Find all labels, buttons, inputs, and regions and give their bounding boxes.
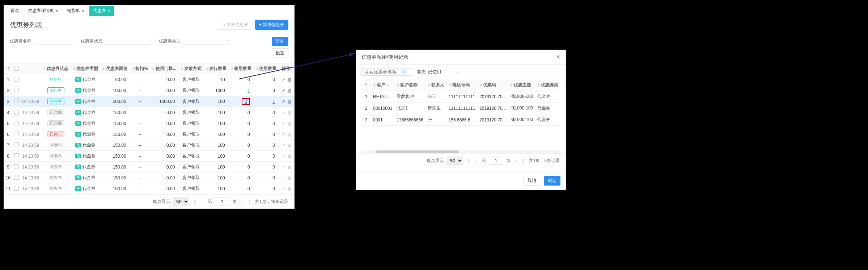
prev-page-button[interactable]: ‹ [474,158,479,163]
share-icon[interactable]: ↗ [281,77,285,82]
gear-icon[interactable] [364,82,369,87]
table-row[interactable]: 714 23:59待发布代代金券150.00--0.00客户领取10000↗▦ [4,140,294,151]
column-header[interactable]: ▲▼客户... [371,79,394,91]
row-checkbox[interactable] [14,77,19,82]
table-row[interactable]: 414 23:59已过期代代金券150.00--0.00客户领取10000↗▦ [4,107,294,118]
share-icon[interactable]: ↗ [281,186,285,191]
qrcode-icon[interactable]: ▦ [287,186,291,191]
modal-state-select[interactable]: 已使用 [428,69,460,75]
qrcode-icon[interactable]: ▦ [287,88,291,93]
row-checkbox[interactable] [14,121,19,125]
column-header[interactable]: ▲▼优惠券类 [535,79,560,91]
tab-销货单[interactable]: 销货单✕ [63,6,88,16]
qrcode-icon[interactable]: ▦ [287,143,291,148]
table-row[interactable]: 1待执行代代金券50.00--0.00客户领取1000↗▦ [4,74,294,85]
column-header[interactable] [12,63,20,74]
row-checkbox[interactable] [14,175,19,180]
column-header[interactable]: ▲▼客户名称 [394,79,425,91]
settings-button[interactable]: 设置 [272,48,288,58]
taken-count-link[interactable]: 1 [247,88,250,93]
share-icon[interactable]: ↗ [281,154,285,159]
column-header[interactable]: ▲▼电话号码 [446,79,477,91]
first-page-button[interactable]: ⟪ [466,158,471,163]
column-header[interactable]: ▲▼使用门槛... [150,63,179,74]
cancel-button[interactable]: 取消 [524,176,540,186]
qrcode-icon[interactable]: ▦ [287,165,291,170]
qrcode-icon[interactable]: ▦ [287,154,291,159]
column-header[interactable]: ▲▼优惠主题 [508,79,535,91]
prev-page-button[interactable]: ‹ [200,199,205,204]
share-icon[interactable]: ↗ [281,143,285,148]
column-header[interactable] [361,79,371,91]
share-icon[interactable]: ↗ [281,99,285,104]
next-page-button[interactable]: › [240,199,244,204]
qrcode-icon[interactable]: ▦ [287,110,291,115]
taken-count-link[interactable]: 3 [242,98,250,105]
share-icon[interactable]: ↗ [281,110,285,115]
table-row[interactable]: 200010001北京1唐先生111111111112019120 70...满… [361,103,560,114]
column-header[interactable]: ▲▼折扣% [130,63,150,74]
table-row[interactable]: 307 23:59执行中代代金券200.00--1000.00客户领取10031… [4,96,294,107]
row-checkbox[interactable] [14,99,19,103]
gear-icon[interactable] [6,66,11,71]
column-header[interactable] [4,63,12,74]
tab-首页[interactable]: 首页 [7,6,23,16]
search-button[interactable]: 查询 [272,37,288,46]
last-page-button[interactable]: ⟫ [247,199,252,204]
last-page-button[interactable]: ⟫ [521,158,526,163]
filter-type-select[interactable] [183,37,230,45]
close-icon[interactable]: ✕ [107,9,110,13]
row-checkbox[interactable] [14,88,19,92]
next-page-button[interactable]: › [513,158,518,163]
row-checkbox[interactable] [14,132,19,136]
ok-button[interactable]: 确定 [544,176,560,186]
table-row[interactable]: 1014 23:59待发布代代金券150.00--0.00客户领取10000↗▦ [4,173,294,183]
distribute-coupon-button[interactable]: 发放优惠券 [217,20,252,30]
column-header[interactable]: ▲▼优惠券面值 [100,63,130,74]
column-header[interactable]: ▲▼使用数量 [254,63,279,74]
table-row[interactable]: 3000117666666666张156 6666 6...2019120 70… [361,114,560,126]
tab-优惠券详情页[interactable]: 优惠券详情页✕ [24,6,62,16]
table-row[interactable]: 1RETAIL...零散客户张三111111111112019120 70...… [361,91,560,103]
qrcode-icon[interactable]: ▦ [287,99,291,104]
add-coupon-button[interactable]: + 新增优惠券 [255,20,288,30]
page-input[interactable] [215,198,229,205]
column-header[interactable]: ▲▼发行数量 [204,63,229,74]
column-header[interactable]: 操作 [279,63,294,74]
horizontal-scrollbar[interactable] [361,150,560,153]
row-checkbox[interactable] [14,142,19,147]
filter-name-input[interactable] [34,37,73,45]
per-page-select[interactable]: 50 [447,157,463,165]
table-row[interactable]: 614 23:59已终止代代金券150.00--0.00客户领取10000↗▦ [4,129,294,140]
column-header[interactable]: ▲▼发放方式 [178,63,203,74]
share-icon[interactable]: ↗ [281,88,285,93]
share-icon[interactable]: ↗ [281,121,285,126]
column-header[interactable] [20,63,41,74]
share-icon[interactable]: ↗ [281,132,285,137]
column-header[interactable]: ▲▼领用数量 [229,63,254,74]
row-checkbox[interactable] [14,110,19,115]
share-icon[interactable]: ↗ [281,165,285,170]
close-icon[interactable]: ✕ [556,54,560,61]
qrcode-icon[interactable]: ▦ [287,175,291,180]
filter-status-select[interactable] [105,37,152,45]
share-icon[interactable]: ↗ [281,175,285,180]
column-header[interactable]: ▲▼联系人 [425,79,446,91]
page-input[interactable] [489,157,503,165]
used-count-link[interactable]: 1 [272,99,275,104]
row-checkbox[interactable] [14,164,19,169]
qrcode-icon[interactable]: ▦ [287,121,291,126]
table-row[interactable]: 914 23:59待发布代代金券150.00--0.00客户领取10000↗▦ [4,162,294,173]
column-header[interactable]: ▲▼优惠券状态 [41,63,71,74]
row-checkbox[interactable] [14,186,19,191]
tab-优惠券[interactable]: 优惠券✕ [89,6,114,16]
table-row[interactable]: 2执行中代代金券100.00--0.00客户领取100010↗▦ [4,85,294,96]
row-checkbox[interactable] [14,153,19,158]
table-row[interactable]: 514 23:59已过期代代金券150.00--0.00客户领取10000↗▦ [4,118,294,129]
table-row[interactable]: 1114 23:59待发布代代金券150.00--0.00客户领取10000↗▦ [4,183,294,194]
column-header[interactable]: ▲▼优惠券类型 [71,63,100,74]
column-header[interactable]: ▲▼优惠码 [477,79,508,91]
select-all-checkbox[interactable] [14,66,19,71]
modal-search[interactable] [361,68,412,76]
first-page-button[interactable]: ⟪ [192,199,198,204]
